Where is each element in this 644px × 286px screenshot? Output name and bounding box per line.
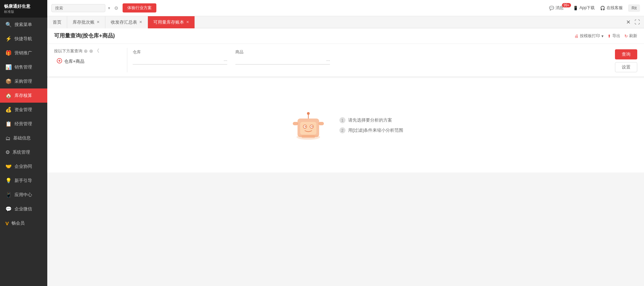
sidebar-item-vip[interactable]: V 畅会员 — [0, 216, 47, 230]
chevron-down-icon[interactable]: ▾ — [108, 6, 110, 10]
app-download-button[interactable]: 📱 App下载 — [573, 5, 595, 11]
scheme-item-icon — [57, 58, 62, 64]
sidebar-item-label: 基础信息 — [13, 135, 31, 141]
filter-area: 按以下方案查询 ⊕ ⊗ 《 仓库+商品 — [47, 44, 644, 77]
sidebar-item-appstore[interactable]: 📱 应用中心 — [0, 188, 47, 202]
sidebar-item-search[interactable]: 🔍 搜索菜单 — [0, 18, 47, 32]
user-name: Rit — [632, 6, 637, 10]
hint-num-1: 1 — [339, 117, 345, 123]
tab-batch-ledger-close[interactable]: ✕ — [97, 20, 100, 24]
money-icon: 💰 — [5, 107, 12, 113]
warehouse-input-wrap: ··· — [133, 56, 227, 64]
warehouse-input[interactable] — [133, 58, 222, 63]
tab-receipt-summary[interactable]: 收发存汇总表 ✕ — [105, 16, 148, 28]
sidebar-item-system[interactable]: ⚙ 系统管理 — [0, 145, 47, 159]
folder-icon: 🗂 — [5, 135, 10, 141]
svg-rect-12 — [302, 135, 315, 138]
sidebar-item-inventory[interactable]: 🏠 库存核算 — [0, 88, 47, 103]
app-edition: 标准版 — [4, 9, 30, 14]
shortcut-icon: ⚡ — [5, 36, 12, 42]
handshake-icon: 🤝 — [5, 163, 12, 170]
sidebar-item-label: 库存核算 — [15, 93, 32, 99]
clipboard-icon: 📋 — [5, 121, 12, 127]
main-area: ▾ ⚙ 体验行业方案 💬 消息 99+ 📱 App下载 🎧 在线客服 Rit — [47, 0, 644, 286]
app-logo: 畅康通好生意 标准版 — [0, 0, 47, 18]
query-button[interactable]: 查询 — [615, 49, 637, 59]
svg-point-7 — [311, 126, 313, 127]
filter-scheme-label: 按以下方案查询 — [54, 48, 82, 54]
page-header: 可用量查询(按仓库+商品) 🖨 按模板打印 ▾ ⬆ 导出 ↻ 刷新 — [47, 28, 644, 44]
tab-available-ledger[interactable]: 可用量库存账本 ✕ — [148, 16, 195, 28]
goods-input[interactable] — [235, 58, 325, 63]
sidebar-item-wechat[interactable]: 💬 企业微信 — [0, 202, 47, 216]
sidebar-item-finance[interactable]: 💰 资金管理 — [0, 103, 47, 117]
empty-state-content: 1 请先选择要分析的方案 2 用[过滤]条件来缩小分析范围 — [288, 105, 403, 146]
sidebar-item-label: 企业协同 — [15, 163, 32, 170]
sidebar-item-label: 经营管理 — [15, 121, 32, 127]
box-icon: 📦 — [5, 78, 12, 84]
sidebar-item-enterprise[interactable]: 🤝 企业协同 — [0, 159, 47, 174]
sidebar-item-basic[interactable]: 🗂 基础信息 — [0, 131, 47, 145]
sidebar-item-marketing[interactable]: 🎁 营销推广 — [0, 46, 47, 60]
print-icon: 🖨 — [574, 34, 578, 38]
tab-close-all-button[interactable]: ✕ — [625, 18, 632, 27]
sidebar-item-newbie[interactable]: 💡 新手引导 — [0, 174, 47, 188]
tab-receipt-summary-close[interactable]: ✕ — [139, 20, 142, 24]
tabs-right-actions: ✕ ⛶ — [625, 18, 644, 27]
sidebar-item-operations[interactable]: 📋 经营管理 — [0, 117, 47, 131]
sidebar-item-label: 销售管理 — [15, 64, 32, 70]
warehouse-more-icon[interactable]: ··· — [224, 58, 227, 63]
settings-scheme-icon[interactable]: ⊗ — [89, 48, 93, 54]
vip-icon: V — [5, 220, 9, 226]
empty-hints: 1 请先选择要分析的方案 2 用[过滤]条件来缩小分析范围 — [339, 117, 403, 133]
empty-illustration — [288, 105, 329, 146]
export-label: 导出 — [612, 33, 620, 39]
tab-batch-ledger[interactable]: 库存批次账 ✕ — [67, 16, 105, 28]
sidebar-item-label: 应用中心 — [15, 192, 32, 198]
sidebar-item-label: 畅会员 — [11, 220, 25, 226]
hint-num-2: 2 — [339, 127, 345, 133]
topbar-gear-icon[interactable]: ⚙ — [114, 5, 119, 11]
online-service-button[interactable]: 🎧 在线客服 — [600, 5, 623, 11]
search-icon: 🔍 — [5, 22, 12, 28]
goods-more-icon[interactable]: ··· — [326, 58, 330, 63]
add-scheme-icon[interactable]: ⊕ — [84, 48, 88, 54]
download-icon: 📱 — [573, 6, 578, 10]
scheme-item-label: 仓库+商品 — [64, 58, 84, 64]
sidebar-item-label: 搜索菜单 — [15, 22, 32, 28]
print-label: 按模板打印 — [580, 33, 600, 39]
sidebar: 畅康通好生意 标准版 🔍 搜索菜单 ⚡ 快捷导航 🎁 营销推广 📊 销售管理 📦… — [0, 0, 47, 286]
tab-available-ledger-close[interactable]: ✕ — [186, 20, 189, 24]
refresh-button[interactable]: ↻ 刷新 — [624, 33, 637, 39]
phone-icon: 📱 — [5, 192, 12, 198]
tab-home[interactable]: 首页 — [47, 16, 67, 28]
gift-icon: 🎁 — [5, 50, 12, 56]
settings-button[interactable]: 设置 — [615, 62, 637, 72]
user-menu[interactable]: Rit — [628, 4, 640, 12]
message-button[interactable]: 💬 消息 99+ — [549, 5, 568, 11]
sidebar-item-shortcut[interactable]: ⚡ 快捷导航 — [0, 32, 47, 46]
app-download-label: App下载 — [579, 5, 595, 11]
print-button[interactable]: 🖨 按模板打印 ▾ — [574, 33, 603, 39]
collapse-scheme-icon[interactable]: 《 — [95, 48, 99, 54]
filter-field-goods: 商品 ··· — [235, 49, 330, 64]
tab-batch-ledger-label: 库存批次账 — [73, 19, 95, 25]
filter-field-warehouse: 仓库 ··· — [133, 49, 227, 64]
home-icon: 🏠 — [5, 93, 12, 99]
sidebar-item-purchase[interactable]: 📦 采购管理 — [0, 74, 47, 88]
scheme-item-warehouse-goods[interactable]: 仓库+商品 — [54, 57, 122, 66]
trial-button[interactable]: 体验行业方案 — [123, 3, 156, 12]
sidebar-item-label: 资金管理 — [15, 107, 32, 113]
goods-label: 商品 — [235, 49, 330, 55]
sidebar-item-label: 企业微信 — [15, 206, 32, 212]
topbar-right: 💬 消息 99+ 📱 App下载 🎧 在线客服 Rit — [549, 4, 640, 12]
search-input[interactable] — [51, 4, 105, 12]
sidebar-item-label: 采购管理 — [15, 78, 32, 84]
filter-divider — [127, 48, 127, 72]
tab-expand-button[interactable]: ⛶ — [633, 18, 641, 27]
export-button[interactable]: ⬆ 导出 — [608, 33, 620, 39]
sidebar-item-sales[interactable]: 📊 销售管理 — [0, 60, 47, 74]
svg-point-6 — [305, 126, 306, 127]
sidebar-item-label: 营销推广 — [15, 50, 32, 56]
app-name: 畅康通好生意 — [4, 4, 30, 9]
